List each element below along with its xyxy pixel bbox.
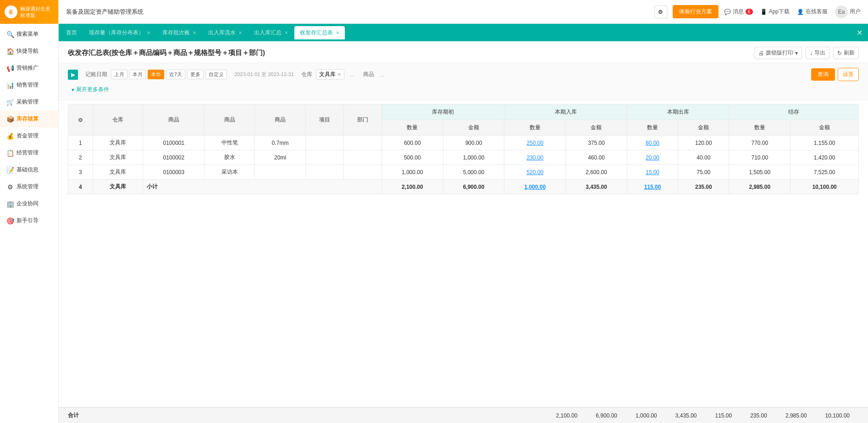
page-header: 收发存汇总表(按仓库＋商品编码＋商品＋规格型号＋项目＋部门) 🖨 拨锁版打印 ▾… [59,41,868,63]
cell-in-qty[interactable]: 230.00 [504,150,566,165]
sidebar-item-finance[interactable]: 💰 资金管理 [0,127,58,144]
cell-goods-name: 胶水 [205,150,255,165]
th-in-qty: 数量 [504,120,566,136]
inventory-icon: 📦 [6,115,14,123]
total-out-amt: 235.00 [750,412,767,419]
filter-toggle-button[interactable]: ▶ [68,70,78,80]
service-icon: 👤 [797,9,804,15]
tab-home[interactable]: 首页 [61,26,83,39]
sidebar-item-quicknav[interactable]: 🏠 快捷导航 [0,43,58,60]
sidebar-nav: 🔍 搜索菜单 🏠 快捷导航 📢 营销推广 📊 销售管理 🛒 采购管理 📦 库存核… [0,24,58,423]
search-button[interactable]: 查询 [811,68,835,81]
filter-area: ▶ 记账日期 上月 本月 本年 近7天 更多 自定义 2023-01-01 至 … [59,63,868,100]
tab-close-inventory[interactable]: ✕ [147,30,150,35]
th-balance-qty: 数量 [729,120,791,136]
cell-seq: 2 [68,150,93,165]
export-button[interactable]: ↓ 导出 [806,47,829,59]
more-date-btn[interactable]: 更多 [187,70,204,79]
cell-in-amt: 2,600.00 [566,165,627,180]
table-row: 3 文具库 0100003 采访本 1,000.00 5,000.00 520.… [68,165,859,180]
corp-icon: 🏢 [6,200,14,208]
marketing-icon: 📢 [6,65,14,72]
sidebar-item-operations[interactable]: 📋 经营管理 [0,144,58,161]
close-all-tabs-button[interactable]: ✕ [853,28,866,37]
print-dropdown-icon: ▾ [795,50,798,56]
subtotal-balance-qty: 2,985.00 [729,180,791,194]
th-gear[interactable]: ⚙ [68,104,93,136]
last-7days-btn[interactable]: 近7天 [166,70,185,79]
date-range-text: 2023-01-01 至 2023-12-31 [234,71,294,78]
sidebar-item-marketing[interactable]: 📢 营销推广 [0,60,58,77]
th-balance-amt: 金额 [791,120,859,136]
this-year-btn[interactable]: 本年 [148,70,164,79]
sidebar-item-system[interactable]: ⚙ 系统管理 [0,178,58,195]
sidebar-logo: 6 畅捷通好生意 标准版 [0,0,58,24]
sidebar: 6 畅捷通好生意 标准版 🔍 搜索菜单 🏠 快捷导航 📢 营销推广 📊 销售管理… [0,0,59,423]
tab-inout-flow[interactable]: 出入库流水 ✕ [203,26,248,39]
filter-row: ▶ 记账日期 上月 本月 本年 近7天 更多 自定义 2023-01-01 至 … [68,68,859,81]
th-opening-amt: 金额 [443,120,504,136]
cell-goods-name: 采访本 [205,165,255,180]
warehouse-tag[interactable]: 文具库 ✕ [316,69,344,80]
expand-icon: ▾ [72,87,74,93]
this-month-btn[interactable]: 本月 [129,70,146,79]
tab-close-batch[interactable]: ✕ [193,30,196,35]
total-in-qty: 1,000.00 [636,412,657,419]
sidebar-item-newbie[interactable]: 🎯 新手引导 [0,212,58,229]
sidebar-item-inventory[interactable]: 📦 库存核算 [0,110,58,127]
cell-out-qty[interactable]: 20.00 [627,150,678,165]
online-service-button[interactable]: 👤 在线客服 [797,8,828,16]
cell-balance-amt: 1,420.00 [791,150,859,165]
tab-inout-summary[interactable]: 出入库汇总 ✕ [249,26,293,39]
filter-setting-button[interactable]: 设置 [838,68,859,81]
custom-date-btn[interactable]: 自定义 [205,70,227,79]
last-month-btn[interactable]: 上月 [111,70,127,79]
goods-more-btn[interactable]: ... [378,71,386,78]
cell-goods-code: 0100003 [143,165,205,180]
cell-out-qty[interactable]: 80.00 [627,136,678,150]
tab-receive-summary[interactable]: 收发存汇总表 ✕ [294,26,345,39]
cell-out-qty[interactable]: 15.00 [627,165,678,180]
tab-close-receive-summary[interactable]: ✕ [336,30,339,35]
cell-balance-qty: 710.00 [729,150,791,165]
sidebar-item-basic[interactable]: 📝 基础信息 [0,161,58,178]
expand-conditions-button[interactable]: ▾ 展开更多条件 [68,84,859,95]
warehouse-more-btn[interactable]: ... [348,71,356,78]
th-out-amt: 金额 [678,120,729,136]
cell-goods-spec [254,165,305,180]
refresh-button[interactable]: ↻ 刷新 [833,47,859,59]
tab-inventory[interactable]: 现存量（库存分布表） ✕ [83,26,156,39]
cell-in-qty[interactable]: 250.00 [504,136,566,150]
cell-in-qty[interactable]: 520.00 [504,165,566,180]
cell-project [306,136,344,150]
sidebar-item-sales[interactable]: 📊 销售管理 [0,77,58,93]
app-download-button[interactable]: 📱 App下载 [760,8,790,16]
warehouse-tag-close[interactable]: ✕ [337,72,341,77]
cell-dept [344,136,382,150]
subtotal-opening-qty: 2,100.00 [381,180,443,194]
tab-close-inout-flow[interactable]: ✕ [238,30,242,35]
cell-balance-qty: 1,505.00 [729,165,791,180]
sidebar-item-search[interactable]: 🔍 搜索菜单 [0,26,58,43]
th-group-opening: 库存期初 [381,104,504,120]
system-name: 装备及固定资产辅助管理系统 [66,8,649,16]
print-button[interactable]: 🖨 拨锁版打印 ▾ [754,47,802,59]
th-goods-code: 商品 [143,104,205,136]
subtotal-out-qty[interactable]: 115.00 [627,180,678,194]
tab-batch[interactable]: 库存批次账 ✕ [157,26,202,39]
cell-in-amt: 375.00 [566,136,627,150]
trial-button[interactable]: 体验行业方案 [673,5,719,18]
tab-close-inout-summary[interactable]: ✕ [284,30,288,35]
export-icon: ↓ [810,50,813,56]
sidebar-item-corp[interactable]: 🏢 企业协同 [0,195,58,212]
sidebar-item-purchase[interactable]: 🛒 采购管理 [0,93,58,110]
warehouse-filter-label: 仓库 [301,71,312,78]
refresh-icon: ↻ [837,50,842,56]
user-menu-button[interactable]: Ea 用户 [835,5,861,18]
messages-button[interactable]: 💬 消息 6 [724,8,753,16]
th-group-out: 本期出库 [627,104,729,120]
cell-balance-qty: 770.00 [729,136,791,150]
date-buttons: 上月 本月 本年 近7天 更多 自定义 [111,70,227,79]
settings-gear-button[interactable]: ⚙ [654,5,667,18]
subtotal-in-qty[interactable]: 1,000.00 [504,180,566,194]
